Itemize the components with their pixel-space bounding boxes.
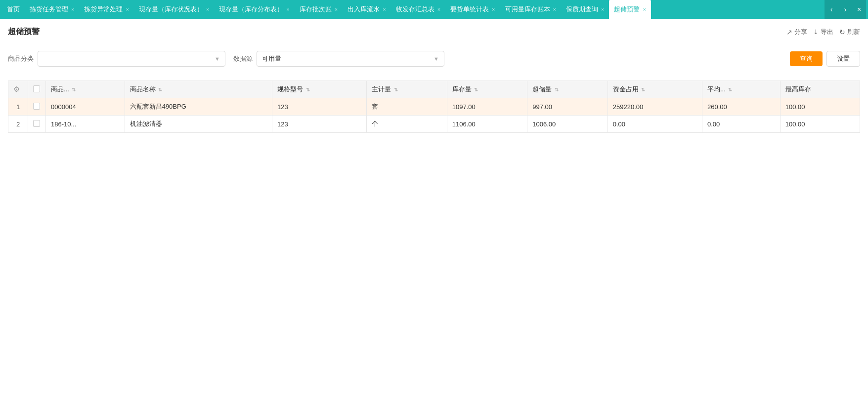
nav-close-order-stat[interactable]: × [492, 6, 495, 12]
column-settings-icon[interactable]: ⚙ [13, 85, 20, 93]
th-avg[interactable]: 平均... ⇅ [702, 81, 781, 98]
category-select[interactable]: ▼ [38, 51, 225, 67]
nav-label-abnormal: 拣货异常处理 [84, 5, 123, 14]
share-button[interactable]: ↗ 分享 [786, 28, 807, 37]
datasource-select[interactable]: 可用量 ▼ [257, 51, 444, 67]
row-spec: 123 [272, 116, 367, 133]
nav-close-stock-dist[interactable]: × [286, 6, 289, 12]
nav-item-batch[interactable]: 库存批次账 × [295, 0, 343, 19]
nav-item-stock-status[interactable]: 现存量（库存状况表） × [134, 0, 214, 19]
datasource-chevron-icon: ▼ [434, 56, 439, 62]
nav-item-inout-flow[interactable]: 出入库流水 × [343, 0, 391, 19]
table-body: 10000004六配套新昌490BPG123套1097.00997.002592… [8, 98, 860, 133]
nav-label-overstock: 超储预警 [614, 5, 640, 14]
nav-item-order-stat[interactable]: 要货单统计表 × [445, 0, 500, 19]
th-max-stock-label: 最高库存 [785, 85, 811, 93]
nav-item-task-mgmt[interactable]: 拣货任务管理 × [25, 0, 79, 19]
share-label: 分享 [794, 28, 807, 37]
sort-stock-icon: ⇅ [474, 87, 478, 92]
share-icon: ↗ [786, 28, 792, 36]
sort-product-code-icon: ⇅ [72, 87, 76, 92]
th-capital[interactable]: 资金占用 ⇅ [608, 81, 702, 98]
row-max-stock: 100.00 [780, 116, 860, 133]
th-product-code-label: 商品... [51, 85, 69, 93]
th-unit-label: 主计量 [372, 85, 391, 93]
th-product-name-label: 商品名称 [130, 85, 156, 93]
nav-close-stock-status[interactable]: × [206, 6, 209, 12]
category-label: 商品分类 [8, 54, 34, 63]
row-overstock: 1006.00 [527, 116, 608, 133]
chevron-down-icon: ▼ [215, 56, 220, 62]
row-overstock: 997.00 [527, 98, 608, 116]
nav-next-arrow[interactable]: › [838, 0, 852, 19]
row-product-name: 六配套新昌490BPG [125, 98, 272, 116]
nav-close-collect[interactable]: × [437, 6, 440, 12]
nav-item-stock-dist[interactable]: 现存量（库存分布表） × [214, 0, 294, 19]
row-avg: 260.00 [702, 98, 781, 116]
nav-close-quality[interactable]: × [601, 6, 604, 12]
nav-close-overstock[interactable]: × [643, 6, 646, 12]
table-header-row: ⚙ 商品... ⇅ 商品名称 ⇅ 规格型号 ⇅ 主计量 [8, 81, 860, 98]
nav-close-batch[interactable]: × [335, 6, 338, 12]
row-stock: 1106.00 [447, 116, 527, 133]
nav-close-abnormal[interactable]: × [126, 6, 129, 12]
nav-item-home[interactable]: 首页 [2, 0, 25, 19]
select-all-checkbox[interactable] [33, 85, 40, 92]
th-product-name[interactable]: 商品名称 ⇅ [125, 81, 272, 98]
nav-close-all[interactable]: × [852, 0, 866, 19]
refresh-icon: ↻ [839, 28, 845, 36]
th-product-code[interactable]: 商品... ⇅ [46, 81, 125, 98]
settings-button[interactable]: 设置 [826, 51, 860, 67]
refresh-label: 刷新 [847, 28, 860, 37]
th-spec[interactable]: 规格型号 ⇅ [272, 81, 367, 98]
export-button[interactable]: ⤓ 导出 [813, 28, 833, 37]
th-max-stock[interactable]: 最高库存 [780, 81, 860, 98]
nav-label-home: 首页 [7, 5, 20, 14]
datasource-select-value: 可用量 [262, 54, 281, 63]
nav-close-task-mgmt[interactable]: × [71, 6, 74, 12]
table-row: 10000004六配套新昌490BPG123套1097.00997.002592… [8, 98, 860, 116]
row-unit: 套 [367, 98, 447, 116]
header-actions: ↗ 分享 ⤓ 导出 ↻ 刷新 [786, 28, 860, 37]
th-stock[interactable]: 库存量 ⇅ [447, 81, 527, 98]
row-checkbox[interactable] [28, 116, 46, 133]
row-seq: 2 [8, 116, 28, 133]
nav-close-avail-account[interactable]: × [553, 6, 556, 12]
th-overstock-label: 超储量 [532, 85, 552, 93]
sort-spec-icon: ⇅ [306, 87, 310, 92]
export-label: 导出 [821, 28, 833, 37]
row-stock: 1097.00 [447, 98, 527, 116]
page-content: 超储预警 ↗ 分享 ⤓ 导出 ↻ 刷新 商品分类 ▼ 数据源 [0, 19, 868, 395]
nav-label-quality: 保质期查询 [566, 5, 598, 14]
row-capital: 259220.00 [608, 98, 702, 116]
nav-label-avail-account: 可用量库存账本 [505, 5, 550, 14]
row-seq: 1 [8, 98, 28, 116]
row-spec: 123 [272, 98, 367, 116]
row-checkbox[interactable] [28, 98, 46, 116]
row-checkbox-input[interactable] [33, 120, 40, 127]
nav-item-overstock[interactable]: 超储预警 × [609, 0, 651, 19]
sort-product-name-icon: ⇅ [158, 87, 162, 92]
th-stock-label: 库存量 [452, 85, 472, 93]
page-header: 超储预警 ↗ 分享 ⤓ 导出 ↻ 刷新 [8, 27, 860, 37]
query-button[interactable]: 查询 [790, 51, 823, 66]
nav-item-avail-account[interactable]: 可用量库存账本 × [500, 0, 561, 19]
row-product-code: 186-10... [46, 116, 125, 133]
sort-avg-icon: ⇅ [728, 87, 732, 92]
th-overstock[interactable]: 超储量 ⇅ [527, 81, 608, 98]
refresh-button[interactable]: ↻ 刷新 [839, 28, 860, 37]
row-capital: 0.00 [608, 116, 702, 133]
th-unit[interactable]: 主计量 ⇅ [367, 81, 447, 98]
row-checkbox-input[interactable] [33, 103, 40, 110]
data-table: ⚙ 商品... ⇅ 商品名称 ⇅ 规格型号 ⇅ 主计量 [8, 80, 860, 133]
nav-item-quality[interactable]: 保质期查询 × [561, 0, 609, 19]
nav-prev-arrow[interactable]: ‹ [825, 0, 838, 19]
nav-label-inout-flow: 出入库流水 [347, 5, 380, 14]
sort-capital-icon: ⇅ [641, 87, 645, 92]
export-icon: ⤓ [813, 28, 819, 36]
nav-close-inout-flow[interactable]: × [383, 6, 386, 12]
nav-item-collect[interactable]: 收发存汇总表 × [391, 0, 445, 19]
nav-item-abnormal[interactable]: 拣货异常处理 × [79, 0, 133, 19]
row-max-stock: 100.00 [780, 98, 860, 116]
filter-category: 商品分类 ▼ [8, 51, 225, 67]
